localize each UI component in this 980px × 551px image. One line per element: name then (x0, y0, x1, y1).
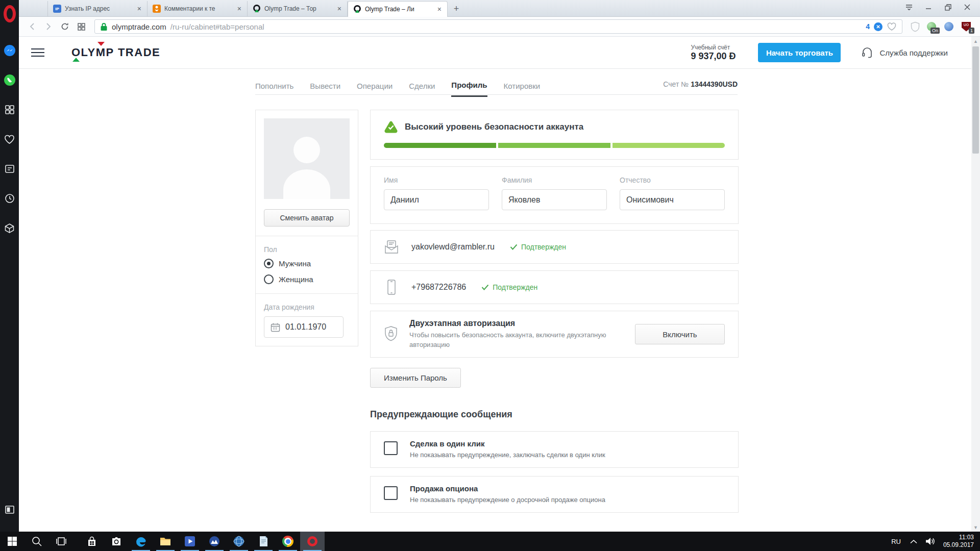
windows-taskbar: RU 11:03 05.09.2017 (0, 532, 980, 551)
envelope-icon (384, 240, 399, 254)
tab-close-icon[interactable]: × (436, 5, 443, 13)
volume-icon[interactable] (925, 537, 935, 545)
speed-dial-button[interactable] (73, 19, 89, 34)
birthdate-input[interactable]: 01.01.1970 (264, 316, 344, 338)
shield-lock-icon (384, 325, 398, 343)
browser-window: IP Узнать IP адрес × Комментарии к те × … (0, 0, 980, 551)
twofa-title: Двухэтапная авторизация (409, 319, 624, 328)
account-balance[interactable]: Учебный счёт 9 937,00 Đ (691, 44, 736, 62)
nav-trades[interactable]: Сделки (409, 82, 435, 96)
nav-operations[interactable]: Операции (357, 82, 393, 96)
birthdate-label: Дата рождения (264, 303, 350, 311)
menu-hamburger-icon[interactable] (31, 46, 44, 59)
tab-close-icon[interactable]: × (136, 5, 143, 13)
url-field[interactable]: olymptrade.com/ru-ru/cabinet#tab=persona… (94, 19, 902, 34)
enable-twofa-button[interactable]: Включить (635, 324, 725, 344)
shield-icon[interactable] (911, 21, 920, 32)
chrome-icon[interactable] (276, 532, 300, 551)
scrollbar-thumb[interactable] (972, 46, 979, 154)
opera-logo-icon[interactable] (4, 5, 16, 22)
security-title: Высокий уровень безопасности аккаунта (405, 122, 583, 132)
nordvpn-icon[interactable] (202, 532, 227, 551)
gender-male-option[interactable]: Мужчина (264, 259, 350, 268)
progress-segment-2 (498, 143, 610, 148)
olymp-trade-logo[interactable]: OLYMP TRADE (71, 46, 160, 59)
close-button[interactable] (959, 2, 976, 12)
forward-button[interactable] (40, 19, 57, 34)
change-avatar-button[interactable]: Сменить аватар (264, 209, 350, 227)
scroll-down-icon[interactable]: ▼ (971, 523, 980, 532)
one-click-deal-checkbox[interactable] (384, 441, 398, 455)
panel-setup-icon[interactable] (0, 495, 19, 524)
gender-female-label: Женщина (279, 275, 313, 284)
odnoklassniki-favicon (153, 5, 161, 13)
adblock-count-badge: 1 (969, 28, 974, 34)
reload-button[interactable] (57, 19, 73, 34)
nav-deposit[interactable]: Пополнить (255, 82, 293, 96)
security-level-card: Высокий уровень безопасности аккаунта (370, 110, 739, 160)
file-explorer-icon[interactable] (153, 532, 178, 551)
tab-olymp-cabinet-active[interactable]: Olymp Trade – Ли × (348, 1, 448, 17)
change-password-button[interactable]: Изменить Пароль (370, 368, 461, 388)
tab-ip-lookup[interactable]: IP Узнать IP адрес × (47, 1, 148, 16)
language-indicator[interactable]: RU (891, 538, 901, 545)
olymp-favicon (353, 5, 361, 13)
extension-x-icon[interactable]: ✕ (874, 22, 883, 31)
support-label: Служба поддержки (879, 48, 948, 57)
first-name-input[interactable] (384, 189, 489, 210)
tray-chevron-up-icon[interactable] (910, 539, 917, 544)
support-link[interactable]: Служба поддержки (861, 46, 948, 59)
taskbar-clock[interactable]: 11:03 05.09.2017 (943, 534, 974, 549)
minimize-button[interactable] (920, 2, 937, 12)
camera-icon[interactable] (104, 532, 129, 551)
sphere-icon[interactable] (227, 532, 251, 551)
email-value: yakovlewd@rambler.ru (411, 242, 495, 252)
radio-selected-icon[interactable] (264, 259, 274, 268)
restore-button[interactable] (939, 2, 957, 12)
edge-icon[interactable] (129, 532, 153, 551)
tab-olymp-trading[interactable]: Olymp Trade – Тор × (248, 1, 348, 16)
adblock-extension-icon[interactable]: UO 1 (961, 21, 972, 32)
security-progress-bar (384, 143, 725, 148)
messenger-icon[interactable] (0, 36, 19, 65)
notepad-icon[interactable] (251, 532, 276, 551)
middle-name-input[interactable] (620, 189, 725, 210)
taskbar-search-icon[interactable] (24, 532, 49, 551)
gender-female-option[interactable]: Женщина (264, 274, 350, 284)
microsoft-store-icon[interactable] (80, 532, 104, 551)
history-clock-icon[interactable] (0, 184, 19, 213)
tab-menu-icon[interactable] (900, 2, 918, 12)
vpn-extension-icon[interactable]: On (926, 21, 937, 32)
nav-profile-active[interactable]: Профиль (451, 81, 487, 97)
smartphone-icon (384, 279, 399, 295)
start-trading-button[interactable]: Начать торговать (758, 43, 841, 62)
start-button[interactable] (0, 532, 24, 551)
globe-extension-icon[interactable] (943, 21, 954, 32)
radio-icon[interactable] (264, 274, 274, 284)
profile-nav: Пополнить Вывести Операции Сделки Профил… (255, 77, 738, 95)
tab-close-icon[interactable]: × (236, 5, 243, 13)
task-view-icon[interactable] (49, 532, 74, 551)
news-icon[interactable] (0, 154, 19, 184)
tab-comments[interactable]: Комментарии к те × (148, 1, 248, 16)
speed-dial-icon[interactable] (0, 95, 19, 124)
movies-tv-icon[interactable] (178, 532, 202, 551)
back-button[interactable] (24, 19, 40, 34)
page-scrollbar[interactable]: ▲ ▼ (971, 37, 980, 532)
profile-main-column: Высокий уровень безопасности аккаунта Им… (370, 110, 739, 521)
whatsapp-icon[interactable] (0, 65, 19, 95)
two-factor-row: Двухэтапная авторизация Чтобы повысить б… (370, 311, 739, 358)
extensions-box-icon[interactable] (0, 213, 19, 243)
bookmark-heart-icon[interactable] (887, 22, 897, 31)
scroll-up-icon[interactable]: ▲ (971, 37, 980, 45)
bookmarks-heart-icon[interactable] (0, 124, 19, 154)
new-tab-button[interactable]: + (448, 1, 465, 16)
tab-close-icon[interactable]: × (336, 5, 343, 13)
progress-segment-1 (384, 143, 496, 148)
option-sale-checkbox[interactable] (384, 486, 398, 500)
opera-icon[interactable] (300, 532, 325, 551)
last-name-input[interactable] (502, 189, 607, 210)
nav-quotes[interactable]: Котировки (504, 82, 541, 96)
nav-withdraw[interactable]: Вывести (310, 82, 340, 96)
calendar-icon (271, 322, 280, 332)
